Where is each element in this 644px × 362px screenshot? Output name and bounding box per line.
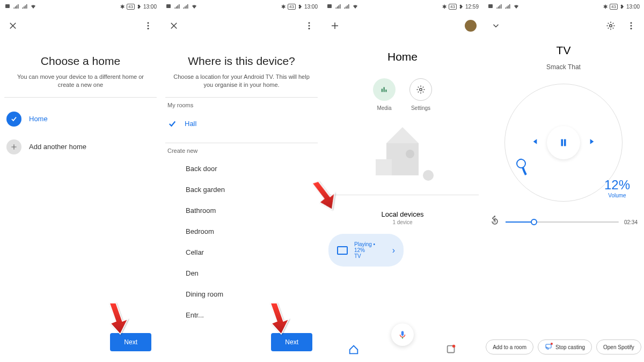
clock: 13:00	[143, 4, 157, 10]
pause-button[interactable]	[547, 126, 580, 159]
signal-icon	[21, 3, 28, 10]
device-title: TV	[483, 44, 644, 57]
volume-label: Volume	[604, 193, 630, 198]
option-label: Cellar	[186, 248, 204, 256]
section-create-new: Create new	[161, 143, 322, 158]
room-option[interactable]: Cellar	[161, 242, 322, 263]
local-devices-count: 1 device	[322, 219, 483, 225]
room-option[interactable]: Bedroom	[161, 221, 322, 242]
page-title: Choose a home	[0, 55, 161, 68]
room-option-hall[interactable]: Hall	[161, 113, 322, 135]
gear-icon[interactable]	[604, 19, 617, 32]
divider	[4, 97, 157, 98]
room-option[interactable]: Entr...	[161, 305, 322, 326]
track-name: Smack That	[483, 63, 644, 71]
avatar[interactable]	[465, 20, 477, 32]
svg-point-20	[631, 28, 632, 29]
feed-nav-icon[interactable]	[445, 344, 457, 356]
svg-rect-16	[488, 4, 493, 8]
room-option[interactable]: Dining room	[161, 284, 322, 305]
svg-point-7	[309, 28, 310, 29]
option-label: Bedroom	[186, 227, 214, 235]
more-icon[interactable]	[303, 19, 316, 32]
previous-button[interactable]	[530, 137, 538, 148]
page-title: Where is this device?	[161, 55, 322, 68]
option-label: Back garden	[186, 186, 225, 194]
svg-rect-0	[5, 4, 10, 8]
settings-button[interactable]: Settings	[409, 78, 432, 111]
status-bar: ✱43❥ 13:00	[161, 0, 322, 13]
close-icon[interactable]	[167, 19, 180, 32]
duration: 02:34	[624, 219, 638, 225]
svg-point-6	[309, 25, 310, 27]
voice-button[interactable]	[391, 323, 414, 346]
svg-rect-21	[561, 139, 563, 146]
status-bar: ✱43❥ 13:00	[483, 0, 644, 13]
page-title: Home	[322, 50, 483, 63]
check-icon	[167, 119, 177, 129]
option-label: Home	[29, 115, 48, 123]
option-label: Dining room	[186, 290, 223, 298]
replay-30-icon[interactable]: 30	[489, 216, 500, 228]
svg-point-2	[148, 25, 149, 27]
chip-add-room[interactable]: Add to a room	[486, 339, 533, 354]
room-option[interactable]: Back garden	[161, 179, 322, 200]
room-option[interactable]: Bathroom	[161, 200, 322, 221]
home-option-home[interactable]: Home	[0, 105, 161, 133]
wifi-icon	[30, 3, 36, 10]
gear-icon	[409, 78, 432, 101]
svg-rect-13	[401, 331, 404, 336]
annotation-arrow	[104, 300, 130, 337]
more-icon[interactable]	[142, 19, 155, 32]
svg-text:30: 30	[493, 220, 496, 223]
more-icon[interactable]	[625, 19, 638, 32]
svg-point-17	[610, 25, 612, 27]
chevron-down-icon[interactable]	[489, 19, 502, 32]
volume-dial[interactable]: 12% Volume	[504, 84, 623, 202]
svg-point-1	[148, 22, 149, 24]
option-label: Entr...	[186, 311, 204, 319]
local-devices-header: Local devices	[322, 210, 483, 218]
equalizer-icon	[373, 78, 396, 101]
option-label: Add another home	[29, 143, 86, 151]
dial-thumb[interactable]	[516, 159, 526, 168]
chevron-right-icon: ›	[392, 246, 395, 255]
mic-icon	[398, 330, 407, 339]
svg-point-5	[309, 22, 310, 24]
svg-point-12	[420, 88, 422, 91]
svg-rect-9	[382, 89, 383, 92]
chip-stop-casting[interactable]: Stop casting	[538, 339, 592, 354]
room-option[interactable]: Den	[161, 263, 322, 284]
chip-open-spotify[interactable]: Open Spotify	[596, 339, 641, 354]
battery-badge: 43	[127, 4, 135, 10]
home-illustration	[365, 127, 440, 181]
signal-icon	[13, 3, 19, 10]
add-icon[interactable]	[328, 19, 341, 32]
option-label: Bathroom	[186, 206, 216, 215]
tv-icon	[337, 246, 348, 255]
option-label: Hall	[185, 120, 196, 128]
seek-bar[interactable]	[506, 221, 619, 223]
home-nav-icon[interactable]	[348, 344, 360, 356]
status-bar: ✱ 43 ❥ 13:00	[0, 0, 161, 13]
close-icon[interactable]	[6, 19, 19, 32]
svg-point-19	[631, 25, 632, 27]
bluetooth-icon: ✱	[120, 4, 125, 10]
status-bar: ✱43❥ 12:59	[322, 0, 483, 13]
svg-rect-8	[327, 4, 332, 8]
leaf-icon: ❥	[137, 4, 141, 10]
home-option-add[interactable]: Add another home	[0, 133, 161, 161]
annotation-arrow	[265, 300, 291, 337]
device-card-tv[interactable]: Playing • 12% TV ›	[328, 234, 404, 267]
notification-dot	[452, 345, 456, 348]
section-my-rooms: My rooms	[161, 98, 322, 113]
room-option[interactable]: Back door	[161, 158, 322, 179]
option-label: Back door	[186, 165, 217, 173]
next-button[interactable]	[589, 137, 597, 148]
option-label: Den	[186, 269, 199, 277]
page-subtitle: You can move your device to a different …	[10, 73, 151, 90]
svg-rect-11	[385, 90, 386, 92]
sim-icon	[4, 3, 11, 10]
media-button[interactable]: Media	[373, 78, 396, 111]
plus-icon	[6, 139, 21, 154]
